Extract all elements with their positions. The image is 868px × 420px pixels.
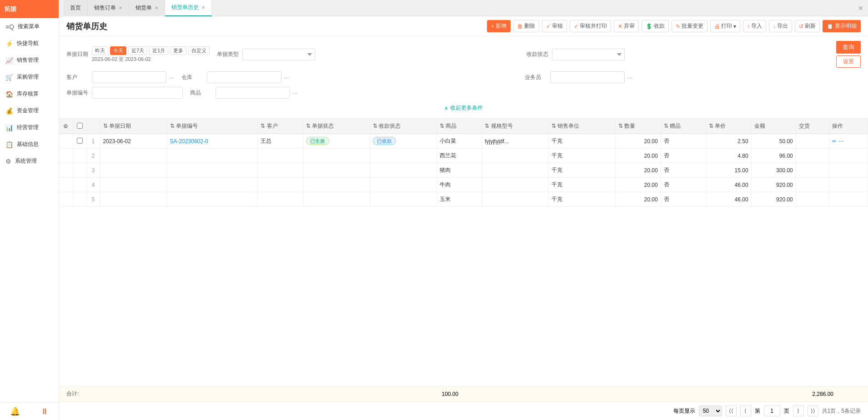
date-btn-more[interactable]: 更多	[170, 46, 186, 55]
col-doc-no[interactable]: ⇅ 单据编号	[167, 119, 258, 134]
edit-action[interactable]: ✏	[832, 138, 837, 145]
row-spec	[482, 178, 549, 192]
sidebar-item-quick-nav[interactable]: ⚡ 快捷导航	[0, 35, 59, 52]
sidebar-item-finance[interactable]: 💰 资金管理	[0, 102, 59, 119]
row-customer	[258, 163, 303, 178]
export-label: 导出	[777, 22, 788, 30]
col-collect-status[interactable]: ⇅ 收款状态	[370, 119, 437, 134]
doc-type-select[interactable]	[242, 49, 315, 60]
date-btn-today[interactable]: 今天	[110, 46, 126, 55]
row-checkbox-cell[interactable]	[73, 163, 86, 178]
footer-total-amount: 2,286.00	[812, 391, 833, 397]
sidebar-item-inventory[interactable]: 🏠 库存核算	[0, 85, 59, 102]
print-button[interactable]: 🖨 打印 ▾	[710, 20, 740, 32]
row-checkbox-cell[interactable]	[73, 178, 86, 192]
delete-button[interactable]: 🗑 删除	[513, 20, 539, 32]
col-gift[interactable]: ⇅ 赠品	[661, 119, 706, 134]
row-delivery	[796, 163, 829, 178]
print-label: 打印	[721, 22, 732, 30]
col-amount[interactable]: 金额	[751, 119, 796, 134]
refresh-button[interactable]: ↺ 刷新	[795, 20, 820, 32]
col-customer[interactable]: ⇅ 客户	[258, 119, 303, 134]
date-btn-1month[interactable]: 近1月	[149, 46, 168, 55]
sidebar-item-label: 搜索菜单	[18, 23, 40, 30]
col-doc-status[interactable]: ⇅ 单据状态	[303, 119, 370, 134]
tab-bar-close-btn[interactable]: ✕	[858, 5, 863, 12]
col-unit[interactable]: ⇅ 销售单位	[549, 119, 616, 134]
tab-sales-history-close[interactable]: ✕	[201, 5, 205, 10]
customer-dots-btn[interactable]: ···	[169, 74, 174, 81]
page-number-input[interactable]	[764, 405, 780, 416]
audit-print-button[interactable]: ✓ 审核并打印	[570, 20, 611, 32]
row-checkbox-cell[interactable]	[73, 192, 86, 207]
sidebar-item-basic-info[interactable]: 📋 基础信息	[0, 136, 59, 153]
query-button[interactable]: 查询	[836, 41, 861, 54]
show-detail-button[interactable]: 📋 显示明细	[823, 20, 861, 32]
date-btn-7days[interactable]: 近7天	[128, 46, 147, 55]
sidebar-item-purchase-mgmt[interactable]: 🛒 采购管理	[0, 69, 59, 85]
audit-button[interactable]: ✓ 审核	[542, 20, 567, 32]
prev-page-btn[interactable]: ⟨	[740, 405, 751, 416]
col-goods[interactable]: ⇅ 商品	[437, 119, 482, 134]
row-checkbox-cell[interactable]	[73, 134, 86, 149]
new-button[interactable]: + 新增	[487, 20, 511, 32]
collapse-button[interactable]: ∧ 收起更多条件	[66, 102, 861, 114]
table-row: 4 牛肉 千克 20.00 否 46.00 920.00	[59, 178, 868, 192]
select-all-checkbox[interactable]	[77, 123, 83, 129]
import-button[interactable]: ↑ 导入	[743, 20, 766, 32]
import-icon: ↑	[747, 23, 750, 30]
goods-dots-btn[interactable]: ···	[293, 90, 298, 96]
col-doc-date[interactable]: ⇅ 单据日期	[100, 119, 167, 134]
page-size-select[interactable]: 50 100	[699, 405, 722, 416]
col-price[interactable]: ⇅ 单价	[706, 119, 752, 134]
first-page-btn[interactable]: ⟨⟨	[726, 405, 737, 416]
notification-btn[interactable]: 🔔	[10, 406, 20, 416]
row-doc-date	[100, 163, 167, 178]
tab-sales-goods[interactable]: 销货单 ✕	[129, 0, 165, 16]
date-btn-custom[interactable]: 自定义	[188, 46, 210, 55]
tab-sales-order[interactable]: 销售订单 ✕	[88, 0, 129, 16]
goods-input[interactable]	[216, 87, 290, 99]
collect-button[interactable]: 💲 收款	[642, 20, 669, 32]
pause-btn[interactable]: ⏸	[40, 407, 49, 416]
inventory-icon: 🏠	[5, 90, 13, 98]
set-button[interactable]: 设置	[836, 55, 861, 68]
table-footer: 合计: 100.00 2,286.00	[59, 386, 868, 401]
col-checkbox[interactable]	[73, 119, 86, 134]
row-checkbox[interactable]	[77, 138, 83, 144]
batch-change-button[interactable]: ✎ 批量变更	[672, 20, 707, 32]
collect-status-select[interactable]	[552, 49, 625, 60]
row-doc-date	[100, 178, 167, 192]
tab-sales-goods-close[interactable]: ✕	[155, 5, 158, 10]
col-qty[interactable]: ⇅ 数量	[616, 119, 661, 134]
last-page-btn[interactable]: ⟩⟩	[808, 405, 818, 416]
salesperson-dots-btn[interactable]: ···	[627, 74, 632, 81]
warehouse-input[interactable]	[207, 71, 281, 83]
doc-type-filter: 单据类型	[217, 49, 519, 60]
abandon-button[interactable]: ✕ 弃审	[614, 20, 639, 32]
more-action[interactable]: ⋯	[838, 138, 844, 145]
tab-home[interactable]: 首页	[64, 0, 88, 16]
col-spec[interactable]: ⇅ 规格型号	[482, 119, 549, 134]
basic-info-icon: 📋	[5, 141, 13, 148]
doc-no-filter-label: 单据编号	[66, 89, 89, 97]
date-btn-yesterday[interactable]: 昨天	[92, 46, 108, 55]
sidebar-item-search-menu[interactable]: ≡Q 搜索菜单	[0, 18, 59, 35]
sidebar-item-system-mgmt[interactable]: ⚙ 系统管理	[0, 153, 59, 170]
row-amount: 920.00	[751, 178, 796, 192]
doc-no-link[interactable]: SA-20230602-0	[170, 138, 208, 145]
tab-sales-history[interactable]: 销货单历史 ✕	[165, 0, 212, 16]
sidebar-item-sales-mgmt[interactable]: 📈 销售管理	[0, 52, 59, 69]
row-gift: 否	[661, 163, 706, 178]
tab-sales-order-close[interactable]: ✕	[119, 5, 122, 10]
salesperson-input[interactable]	[550, 71, 625, 83]
col-gear[interactable]: ⚙	[59, 119, 73, 134]
customer-input[interactable]	[92, 71, 166, 83]
col-delivery[interactable]: 交货	[796, 119, 829, 134]
next-page-btn[interactable]: ⟩	[793, 405, 804, 416]
doc-no-input[interactable]	[92, 87, 183, 99]
warehouse-dots-btn[interactable]: ···	[284, 74, 289, 81]
sidebar-item-operations[interactable]: 📊 经营管理	[0, 119, 59, 136]
row-checkbox-cell[interactable]	[73, 149, 86, 163]
export-button[interactable]: ↓ 导出	[769, 20, 792, 32]
